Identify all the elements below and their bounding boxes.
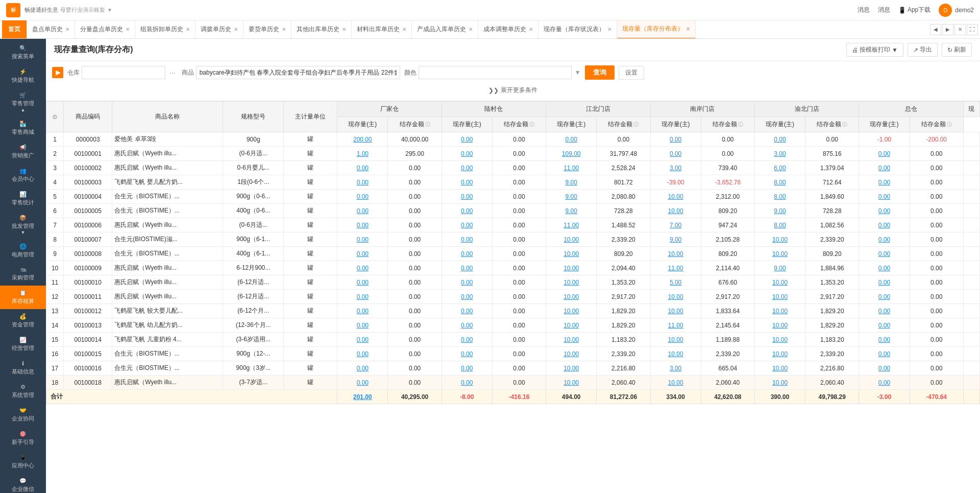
- query-button[interactable]: 查询: [585, 65, 615, 80]
- sidebar-item-basic-info[interactable]: ℹ 基础信息: [0, 356, 46, 380]
- user-info[interactable]: D demo2: [939, 4, 974, 17]
- settings-button[interactable]: 设置: [619, 66, 644, 80]
- tab-cost-adjust[interactable]: 成本调整单历史 ✕: [478, 20, 538, 39]
- close-icon[interactable]: ✕: [469, 27, 473, 32]
- goods-label: 商品: [182, 68, 194, 77]
- info-icon[interactable]: ⓘ: [529, 122, 534, 127]
- chevron-up-icon: ▲: [2, 107, 44, 112]
- th-unit: 主计量单位: [284, 102, 337, 132]
- app-download-link[interactable]: 📱 App下载: [898, 6, 930, 14]
- summary-factory-qty[interactable]: 201.00: [337, 390, 388, 404]
- tab-stock-distribution[interactable]: 现存量（库存分布表）✕: [617, 20, 696, 39]
- chevron-down-icon: ▼: [2, 230, 44, 235]
- sidebar-item-member[interactable]: 👥 会员中心: [0, 163, 46, 187]
- msg-label[interactable]: 消息: [878, 6, 890, 14]
- close-icon[interactable]: ✕: [186, 27, 190, 32]
- sidebar-item-purchase[interactable]: 🛍 采购管理: [0, 263, 46, 286]
- tab-product-inbound[interactable]: 产成品入库单历史 ✕: [412, 20, 478, 39]
- nav-expand-btn[interactable]: ⛶: [967, 24, 978, 35]
- warehouse-dots[interactable]: ···: [167, 68, 178, 77]
- color-dropdown-icon[interactable]: ▼: [575, 69, 581, 76]
- nav-prev-btn[interactable]: ◀: [930, 24, 941, 35]
- sidebar-item-finance[interactable]: 💰 资金管理: [0, 309, 46, 333]
- tab-inventory-history[interactable]: 盘点单历史 ✕: [27, 20, 75, 39]
- tab-order-history[interactable]: 要货单历史 ✕: [243, 20, 291, 39]
- print-button[interactable]: 🖨 按模板打印 ▼: [846, 43, 903, 57]
- th-warehouse-luchun: 陆村仓: [442, 102, 546, 117]
- export-icon: ↗: [913, 46, 918, 54]
- th-qty-jiangbei: 现存量(主): [546, 117, 597, 132]
- sidebar-item-guide[interactable]: 🎯 新手引导: [0, 427, 46, 450]
- tab-material-outbound[interactable]: 材料出库单历史 ✕: [352, 20, 412, 39]
- table-wrapper[interactable]: ⚙ 商品编码 商品名称 规格型号 主计量单位 厂家仓 陆村仓 江北门店 南岸门店…: [46, 101, 980, 493]
- subtitle: 母婴行业演示账套: [60, 6, 105, 14]
- tab-assembly-history[interactable]: 组装拆卸单历史 ✕: [135, 20, 195, 39]
- sidebar-item-marketing[interactable]: 📢 营销推广: [0, 140, 46, 163]
- expand-more-row: ❯❯ 展开更多条件: [52, 84, 974, 97]
- info-icon[interactable]: ⓘ: [842, 122, 847, 127]
- refresh-button[interactable]: ↻ 刷新: [942, 43, 972, 57]
- sidebar-item-retail-mgmt[interactable]: 🛒 零售管理 ▲: [0, 88, 46, 116]
- info-icon[interactable]: ⓘ: [947, 122, 952, 127]
- expand-more-btn[interactable]: ❯❯ 展开更多条件: [488, 86, 537, 95]
- warehouse-input[interactable]: [82, 66, 165, 79]
- dropdown-icon[interactable]: ▼: [107, 7, 112, 13]
- th-gear: ⚙: [46, 102, 64, 132]
- tab-stock-status[interactable]: 现存量（库存状况表）✕: [538, 20, 617, 39]
- gear-icon[interactable]: ⚙: [52, 113, 58, 121]
- sidebar-item-search[interactable]: 🔍 搜索英单: [0, 41, 46, 64]
- sidebar-item-apps[interactable]: 📱 应用中心: [0, 450, 46, 474]
- summary-nanan-qty: 334.00: [650, 390, 701, 404]
- sidebar-item-ecommerce[interactable]: 🌐 电商管理: [0, 239, 46, 263]
- sidebar-item-wholesale[interactable]: 📦 批发管理 ▼: [0, 210, 46, 239]
- sidebar-item-system[interactable]: ⚙ 系统管理: [0, 380, 46, 403]
- goods-input[interactable]: [196, 66, 400, 79]
- nav-tabs: 首页 盘点单历史 ✕ 分量盘点单历史 ✕ 组装拆卸单历史 ✕ 调拨单历史 ✕ 要…: [0, 20, 980, 39]
- th-amt-jiangbei: 结存金额ⓘ: [597, 117, 650, 132]
- filter-expand-btn[interactable]: ▶: [52, 67, 63, 78]
- sidebar-item-operations[interactable]: 📈 经营管理: [0, 333, 46, 356]
- info-icon[interactable]: ⓘ: [633, 122, 639, 127]
- username: demo2: [955, 7, 974, 14]
- data-table: ⚙ 商品编码 商品名称 规格型号 主计量单位 厂家仓 陆村仓 江北门店 南岸门店…: [46, 101, 980, 404]
- th-qty-factory: 现存量(主): [337, 117, 388, 132]
- sidebar-item-nav[interactable]: ⚡ 快捷导航: [0, 64, 46, 88]
- avatar: D: [939, 4, 952, 17]
- close-icon[interactable]: ✕: [686, 26, 690, 32]
- sidebar-item-enterprise[interactable]: 🤝 企业协同: [0, 403, 46, 427]
- close-icon[interactable]: ✕: [607, 27, 611, 32]
- sidebar-item-inventory[interactable]: 📋 库存核算: [0, 286, 46, 309]
- nav-close-all-btn[interactable]: ✕: [954, 24, 966, 35]
- info-icon[interactable]: ⓘ: [425, 122, 430, 127]
- color-label: 颜色: [404, 68, 416, 77]
- close-icon[interactable]: ✕: [234, 27, 238, 32]
- sidebar-item-wechat[interactable]: 💬 企业微信: [0, 474, 46, 493]
- tab-outbound-history[interactable]: 其他出库单历史 ✕: [291, 20, 352, 39]
- tab-transfer-history[interactable]: 调拨单历史 ✕: [195, 20, 243, 39]
- export-button[interactable]: ↗ 导出: [908, 43, 938, 57]
- tab-fraction-history[interactable]: 分量盘点单历史 ✕: [75, 20, 135, 39]
- nav-next-btn[interactable]: ▶: [942, 24, 953, 35]
- table-row: 1100100010惠氏启赋（Wyeth illu...(6-12月适...罐0…: [46, 275, 980, 290]
- printer-icon: 🖨: [852, 46, 858, 54]
- close-icon[interactable]: ✕: [126, 27, 130, 32]
- sidebar-item-retail-mall[interactable]: 🏪 零售商城: [0, 116, 46, 140]
- summary-luchun-qty: -8.00: [442, 390, 492, 404]
- main-layout: 🔍 搜索英单 ⚡ 快捷导航 🛒 零售管理 ▲ 🏪 零售商城 📢 营销推广 👥 会…: [0, 39, 980, 493]
- close-icon[interactable]: ✕: [342, 27, 346, 32]
- summary-jiangbei-qty: 494.00: [546, 390, 597, 404]
- close-icon[interactable]: ✕: [282, 27, 286, 32]
- color-input[interactable]: [419, 66, 572, 79]
- table-row: 500100004合生元（BIOSTIME）...900g（0-6...罐0.0…: [46, 190, 980, 204]
- message-link[interactable]: 消息: [857, 6, 870, 14]
- th-amt-yubei: 结存金额ⓘ: [805, 117, 859, 132]
- page-title: 现存量查询(库存分布): [54, 44, 133, 55]
- info-icon[interactable]: ⓘ: [738, 122, 743, 127]
- table-row: 1000100009惠氏启赋（Wyeth illu...6-12月900...罐…: [46, 261, 980, 275]
- table-row: 600100005合生元（BIOSTIME）...400g（0-6...罐0.0…: [46, 204, 980, 218]
- close-icon[interactable]: ✕: [65, 27, 69, 32]
- tab-home[interactable]: 首页: [2, 20, 27, 39]
- close-icon[interactable]: ✕: [529, 27, 533, 32]
- close-icon[interactable]: ✕: [402, 27, 406, 32]
- sidebar-item-retail-stats[interactable]: 📊 零售统计: [0, 187, 46, 210]
